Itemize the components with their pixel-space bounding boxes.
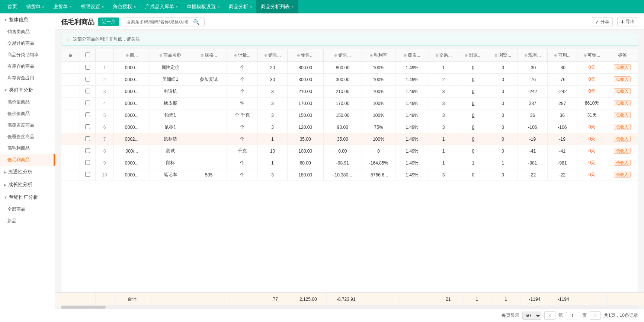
col-sale-profit-header[interactable]: 销售... [323, 49, 362, 62]
next-page-button[interactable]: ＞ [590, 311, 601, 320]
search-input[interactable] [126, 19, 193, 25]
row-browse1[interactable]: 0 [458, 98, 488, 109]
row-checkbox[interactable] [80, 86, 95, 98]
sidebar-group-circulation[interactable]: ▶ 流通性分析 [0, 166, 55, 178]
sidebar-item-high-value[interactable]: 高价值商品 [0, 96, 55, 108]
sidebar-item-low-value[interactable]: 低价值商品 [0, 108, 55, 119]
per-page-select[interactable]: 50 100 200 [522, 312, 541, 320]
nav-template-settings[interactable]: 单据模板设置 × [182, 0, 224, 13]
col-name-header[interactable]: 商品名称 [150, 49, 191, 62]
sidebar-item-stock-capital[interactable]: 库存资金占用 [0, 72, 55, 84]
sidebar-item-low-coverage[interactable]: 低覆盖度商品 [0, 131, 55, 143]
row-browse2: 0 [488, 109, 518, 121]
sidebar-group-marketing[interactable]: ▼ 营销推广分析 [0, 191, 55, 204]
col-stock-header[interactable]: 现有... [518, 49, 548, 62]
sidebar-item-new-goods[interactable]: 新品 [0, 215, 55, 227]
row-checkbox[interactable] [80, 121, 95, 133]
sidebar-item-high-profit[interactable]: 高毛利商品 [0, 143, 55, 154]
close-icon[interactable]: × [217, 4, 220, 9]
nav-purchase[interactable]: 进货单 × [49, 0, 76, 13]
col-checkbox-header[interactable] [80, 49, 95, 62]
row-checkbox[interactable] [80, 157, 95, 169]
nav-sales[interactable]: 销货单 × [22, 0, 49, 13]
horizontal-scrollbar[interactable] [61, 306, 638, 309]
row-gross-rate: 0 [362, 145, 395, 157]
row-checkbox[interactable] [80, 62, 95, 74]
row-num: 8 [95, 145, 114, 157]
close-icon[interactable]: × [42, 4, 44, 9]
sidebar-item-traded-goods[interactable]: 交易过的商品 [0, 38, 55, 49]
nav-goods-analysis-list[interactable]: 商品分析列表 × [256, 0, 298, 13]
date-filter-button[interactable]: 近一月 [98, 17, 119, 26]
row-browse1[interactable]: 0 [458, 86, 488, 98]
row-sale-qty: 3 [258, 109, 288, 121]
nav-roles[interactable]: 角色授权 × [108, 0, 140, 13]
prev-page-button[interactable]: ＜ [544, 311, 555, 320]
sidebar-group-cluster[interactable]: ▼ 类群堂分析 [0, 84, 55, 96]
col-trade-header[interactable]: 交易... [429, 49, 458, 62]
col-cover-rate-header[interactable]: 覆盖... [395, 49, 429, 62]
sidebar-item-low-profit[interactable]: 低毛利商品 [0, 154, 55, 166]
row-sale-profit: 35.00 [323, 133, 362, 145]
row-checkbox[interactable] [80, 145, 95, 157]
row-checkbox[interactable] [80, 74, 95, 86]
close-icon[interactable]: × [134, 4, 136, 9]
search-icon[interactable]: 🔍 [193, 19, 199, 25]
close-icon[interactable]: × [291, 4, 294, 9]
col-browse2-header[interactable]: 浏览... [488, 49, 518, 62]
select-all-checkbox[interactable] [85, 52, 90, 57]
col-avail-header[interactable]: 可用... [547, 49, 577, 62]
row-avail: -76 [547, 74, 577, 86]
col-sellable-header[interactable]: 可销... [577, 49, 607, 62]
row-checkbox[interactable] [80, 133, 95, 145]
row-gross-rate: 100% [362, 86, 395, 98]
col-unit-header[interactable]: 计量... [227, 49, 258, 62]
row-checkbox[interactable] [80, 169, 95, 181]
row-browse1[interactable]: 0 [458, 74, 488, 86]
row-browse1[interactable]: 0 [458, 109, 488, 121]
close-icon[interactable]: × [102, 4, 104, 9]
row-spec [191, 98, 227, 109]
sidebar-item-sales-goods[interactable]: 销售类商品 [0, 26, 55, 38]
share-button[interactable]: ⤤ 分享 [592, 17, 613, 26]
row-avail: -242 [547, 86, 577, 98]
row-checkbox[interactable] [80, 98, 95, 109]
row-browse1[interactable]: 0 [458, 133, 488, 145]
row-browse1[interactable]: 0 [458, 121, 488, 133]
row-checkbox[interactable] [80, 109, 95, 121]
col-spec-header[interactable]: 规格... [191, 49, 227, 62]
col-browse1-header[interactable]: 浏览... [458, 49, 488, 62]
nav-home[interactable]: 首页 [3, 0, 22, 13]
col-sale-qty-header[interactable]: 销售... [258, 49, 288, 62]
close-icon[interactable]: × [176, 4, 178, 9]
page-number-input[interactable] [566, 312, 579, 319]
row-name: 鼠标 [150, 157, 191, 169]
sidebar-item-high-coverage[interactable]: 高覆盖度商品 [0, 119, 55, 131]
sidebar-item-all-goods[interactable]: 全部商品 [0, 204, 55, 215]
row-browse2: 0 [488, 169, 518, 181]
scrollbar-thumb[interactable] [61, 306, 106, 309]
row-settings-icon [61, 121, 80, 133]
col-sale-amt-header[interactable]: 销售... [287, 49, 323, 62]
export-button[interactable]: ⬇ 导出 [617, 17, 638, 26]
table-row: 6 0000... 鼠标1 个 3 120.00 90.00 75% 1.49%… [61, 121, 638, 133]
close-icon[interactable]: × [69, 4, 71, 9]
row-browse1[interactable]: 0 [458, 169, 488, 181]
row-browse1[interactable]: 0 [458, 145, 488, 157]
close-icon[interactable]: × [250, 4, 252, 9]
row-name: 笔记本 [150, 169, 191, 181]
col-settings-header[interactable]: ⚙ [61, 49, 80, 62]
col-code-header[interactable]: 商... [114, 49, 150, 62]
sidebar-group-growth[interactable]: ▶ 成长性分析 [0, 178, 55, 191]
nav-permissions[interactable]: 权限设置 × [76, 0, 108, 13]
col-gross-rate-header[interactable]: 毛利率 [362, 49, 395, 62]
row-sale-qty: 20 [258, 62, 288, 74]
page-label: 第 [558, 312, 563, 319]
row-browse1[interactable]: 0 [458, 62, 488, 74]
sidebar-item-category-rate[interactable]: 商品分类助销率 [0, 49, 55, 61]
nav-product-inbound[interactable]: 产成品入库单 × [141, 0, 182, 13]
row-browse1[interactable]: 1 [458, 157, 488, 169]
nav-goods-analysis[interactable]: 商品分析 × [224, 0, 256, 13]
sidebar-item-stock-goods[interactable]: 有库存的商品 [0, 61, 55, 72]
sidebar-group-general[interactable]: ▼ 整体信息 [0, 13, 55, 26]
